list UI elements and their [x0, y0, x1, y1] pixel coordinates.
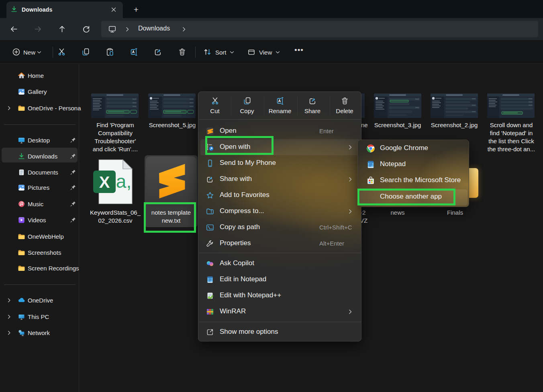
svg-text:X: X	[99, 173, 110, 191]
svg-text:a,: a,	[116, 171, 131, 192]
